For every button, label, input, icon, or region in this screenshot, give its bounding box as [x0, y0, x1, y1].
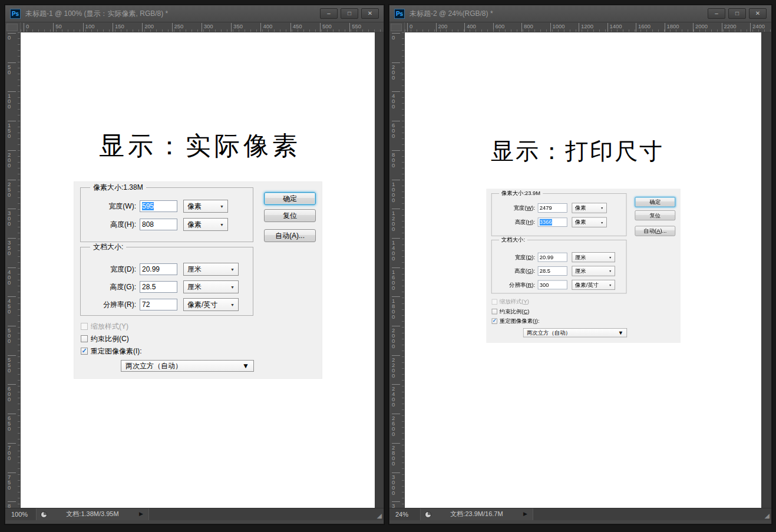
ruler-tick-label: 2 4 0 0: [392, 384, 400, 407]
resample-image-checkbox[interactable]: ✓: [81, 348, 88, 355]
ruler-tick-label: 1000: [550, 23, 565, 32]
resize-grip[interactable]: ◢: [765, 513, 770, 519]
document-size-status: 文档:1.38M/3.95M: [51, 508, 134, 520]
width-input[interactable]: 2479: [538, 203, 567, 213]
window-frame-bottom: [389, 520, 771, 524]
chevron-down-icon: ▼: [242, 362, 249, 370]
title-bar[interactable]: Ps 未标题-2 @ 24%(RGB/8) * – □ ✕: [389, 5, 771, 22]
ruler-tick-label: 2 0 0 0: [392, 326, 400, 349]
resize-grip[interactable]: ◢: [377, 513, 382, 519]
pixel-dimensions-group: 像素大小:23.9M 宽度(W): 2479 像素▼ 高度(H): 3366 像…: [491, 193, 627, 236]
ruler-tick-label: 350: [231, 23, 243, 32]
doc-width-unit-select[interactable]: 厘米▼: [183, 263, 239, 276]
vertical-ruler[interactable]: 05 01 0 01 5 02 0 02 5 03 0 03 5 04 0 04…: [5, 32, 21, 508]
resolution-unit-select[interactable]: 像素/英寸▼: [183, 298, 239, 311]
doc-width-input[interactable]: 20.99: [538, 253, 567, 262]
vertical-ruler[interactable]: 02 0 04 0 06 0 08 0 01 0 0 01 2 0 01 4 0…: [389, 32, 405, 508]
close-icon: ✕: [755, 10, 760, 16]
canvas-heading: 显示：打印尺寸: [491, 136, 664, 167]
minimize-button[interactable]: –: [708, 8, 725, 19]
ruler-tick-label: 0: [407, 23, 412, 32]
maximize-button[interactable]: □: [728, 8, 746, 19]
resample-method-select[interactable]: 两次立方（自动） ▼: [121, 360, 254, 372]
document-window-2: Ps 未标题-2 @ 24%(RGB/8) * – □ ✕ 0200400600…: [389, 5, 772, 524]
doc-width-input[interactable]: 20.99: [140, 263, 177, 275]
ruler-tick-label: 600: [493, 23, 505, 32]
window-title: 未标题-2 @ 24%(RGB/8) *: [410, 9, 493, 19]
width-unit-select[interactable]: 像素▼: [183, 200, 228, 213]
zoom-level-field[interactable]: 100%: [5, 511, 36, 518]
ruler-tick-label: 6 0 0: [392, 121, 400, 138]
status-menu-button[interactable]: ▶: [518, 508, 533, 520]
scale-styles-checkbox[interactable]: [81, 323, 88, 330]
ruler-tick-label: 5 0: [8, 62, 16, 75]
resolution-unit-select[interactable]: 像素/英寸▼: [572, 280, 615, 290]
constrain-proportions-checkbox[interactable]: [81, 335, 88, 342]
height-row: 高度(H): 808 像素▼: [81, 218, 253, 231]
doc-height-input[interactable]: 28.5: [140, 281, 177, 293]
status-icon-segment: [420, 508, 435, 520]
doc-height-row: 高度(G): 28.5 厘米▼: [81, 280, 253, 293]
ruler-tick-label: 1 6 0 0: [392, 267, 400, 290]
title-bar[interactable]: Ps 未标题-1 @ 100% (显示：实际像素, RGB/8) * – □ ✕: [5, 5, 384, 22]
doc-width-unit-select[interactable]: 厘米▼: [572, 252, 615, 262]
zoom-level-field[interactable]: 24%: [389, 511, 420, 518]
constrain-proportions-checkbox[interactable]: [492, 309, 497, 314]
ok-button[interactable]: 确定: [635, 197, 675, 207]
ruler-origin-box[interactable]: [389, 22, 405, 32]
auto-button[interactable]: 自动(A)...: [264, 229, 316, 242]
height-input[interactable]: 3366: [538, 217, 567, 227]
doc-height-unit-select[interactable]: 厘米▼: [572, 266, 615, 276]
doc-width-row: 宽度(D): 20.99 厘米▼: [81, 263, 253, 276]
chevron-down-icon: ▼: [609, 283, 612, 286]
ruler-origin-box[interactable]: [5, 22, 21, 32]
ruler-tick-label: 2000: [693, 23, 708, 32]
resample-image-checkbox[interactable]: ✓: [492, 318, 497, 323]
ruler-tick-label: 450: [290, 23, 302, 32]
reset-button[interactable]: 复位: [264, 209, 316, 222]
horizontal-ruler[interactable]: 0200400600800100012001400160018002000220…: [405, 22, 771, 32]
ruler-tick-label: 1 0 0: [8, 91, 16, 109]
height-unit-select[interactable]: 像素▼: [572, 217, 606, 227]
ruler-tick-label: 1800: [665, 23, 679, 32]
resample-image-checkbox-row: ✓ 重定图像像素(I):: [81, 347, 142, 355]
height-input[interactable]: 808: [140, 219, 177, 230]
resolution-input[interactable]: 300: [538, 280, 567, 290]
check-icon: ✓: [493, 318, 497, 323]
close-icon: ✕: [368, 10, 372, 16]
ruler-tick-label: 3 2 0 0: [392, 501, 400, 508]
close-button[interactable]: ✕: [361, 8, 379, 19]
document-canvas[interactable]: 显示：实际像素 像素大小:1.38M 宽度(W): 595 像素▼ 高度(H):…: [21, 32, 375, 508]
image-size-dialog: 像素大小:23.9M 宽度(W): 2479 像素▼ 高度(H): 3366 像…: [487, 189, 680, 342]
ruler-tick-label: 5 5 0: [8, 355, 16, 373]
document-canvas[interactable]: 显示：打印尺寸 像素大小:23.9M 宽度(W): 2479 像素▼ 高度(H)…: [405, 32, 761, 508]
ruler-tick-label: 2 6 0 0: [392, 414, 400, 437]
height-unit-select[interactable]: 像素▼: [183, 218, 228, 231]
pixel-dimensions-label: 像素大小:1.38M: [90, 183, 146, 191]
scale-styles-checkbox[interactable]: [492, 299, 497, 305]
ruler-tick-label: 2200: [722, 23, 737, 32]
status-menu-button[interactable]: ▶: [134, 508, 149, 520]
horizontal-ruler[interactable]: 050100150200250300350400450500550: [21, 22, 384, 32]
ruler-tick-label: 3 0 0 0: [392, 472, 400, 495]
resolution-input[interactable]: 72: [140, 299, 177, 310]
width-input[interactable]: 595: [140, 200, 177, 212]
maximize-button[interactable]: □: [341, 8, 358, 19]
ok-button[interactable]: 确定: [264, 192, 316, 205]
doc-height-input[interactable]: 28.5: [538, 266, 567, 276]
scale-styles-checkbox-row: 缩放样式(Y): [492, 299, 529, 305]
resample-method-select[interactable]: 两次立方（自动） ▼: [523, 328, 628, 338]
doc-height-unit-select[interactable]: 厘米▼: [183, 280, 239, 293]
status-bar: 100% 文档:1.38M/3.95M ▶ ◢: [5, 508, 384, 520]
doc-width-row: 宽度(D): 20.99 厘米▼: [492, 252, 626, 262]
width-unit-select[interactable]: 像素▼: [572, 203, 606, 213]
ruler-tick-label: 0: [392, 33, 400, 40]
close-button[interactable]: ✕: [749, 8, 767, 19]
minimize-button[interactable]: –: [320, 8, 338, 19]
ruler-tick-label: 550: [349, 23, 361, 32]
chevron-down-icon: ▼: [600, 220, 603, 223]
doc-height-label: 高度(G):: [492, 267, 538, 275]
reset-button[interactable]: 复位: [635, 210, 675, 220]
auto-button[interactable]: 自动(A)...: [635, 226, 675, 236]
resolution-label: 分辨率(R):: [492, 281, 538, 289]
